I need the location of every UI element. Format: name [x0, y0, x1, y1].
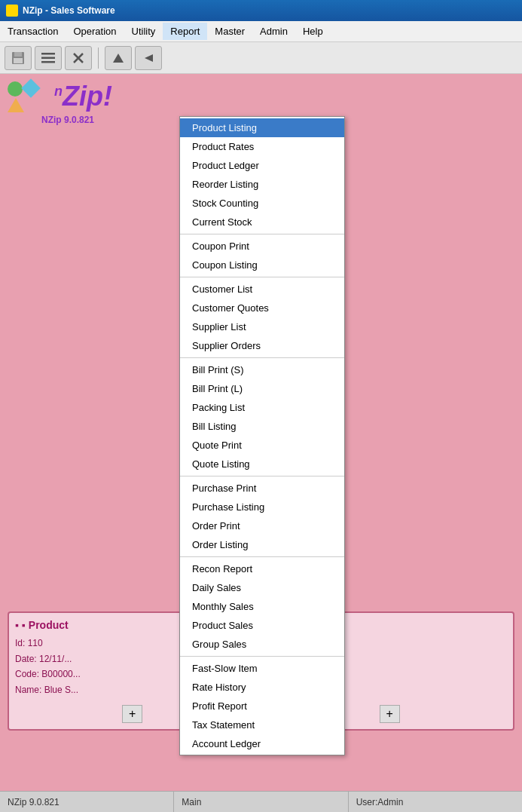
- status-version: NZip 9.0.821: [0, 792, 174, 812]
- dropdown-item-account-ledger[interactable]: Account Ledger: [180, 734, 344, 753]
- report-dropdown: Product ListingProduct RatesProduct Ledg…: [179, 116, 345, 755]
- menu-utility[interactable]: Utility: [124, 23, 163, 40]
- svg-rect-5: [41, 57, 55, 59]
- dropdown-item-fast-slow-item[interactable]: Fast-Slow Item: [180, 659, 344, 678]
- status-section: Main: [174, 792, 348, 812]
- dropdown-item-group-sales[interactable]: Group Sales: [180, 635, 344, 654]
- dropdown-item-product-sales[interactable]: Product Sales: [180, 616, 344, 635]
- logo-shapes: nZip!: [8, 81, 128, 112]
- dropdown-item-product-ledger[interactable]: Product Ledger: [180, 156, 344, 175]
- dropdown-item-coupon-print[interactable]: Coupon Print: [180, 237, 344, 256]
- logo-subtext: NZip 9.0.821: [8, 115, 128, 125]
- dropdown-item-customer-quotes[interactable]: Customer Quotes: [180, 299, 344, 317]
- dropdown-item-order-print[interactable]: Order Print: [180, 516, 344, 535]
- status-bar: NZip 9.0.821 Main User:Admin: [0, 791, 522, 812]
- dropdown-item-daily-sales[interactable]: Daily Sales: [180, 578, 344, 597]
- menu-help[interactable]: Help: [295, 23, 331, 40]
- dropdown-item-purchase-print[interactable]: Purchase Print: [180, 479, 344, 498]
- dropdown-item-bill-print-s[interactable]: Bill Print (S): [180, 360, 344, 379]
- app-title: NZip - Sales Software: [23, 5, 115, 16]
- dropdown-item-packing-list[interactable]: Packing List: [180, 398, 344, 417]
- svg-marker-0: [8, 6, 17, 15]
- toolbar-separator-1: [98, 47, 99, 69]
- dropdown-item-supplier-orders[interactable]: Supplier Orders: [180, 336, 344, 355]
- dropdown-separator: [180, 277, 344, 277]
- dropdown-item-customer-list[interactable]: Customer List: [180, 280, 344, 299]
- product-card-icon: ▪ ▪: [15, 619, 26, 631]
- svg-marker-10: [145, 54, 153, 62]
- dropdown-separator: [180, 556, 344, 557]
- dropdown-item-stock-counting[interactable]: Stock Counting: [180, 194, 344, 213]
- dropdown-item-product-listing[interactable]: Product Listing: [180, 118, 344, 137]
- save-button[interactable]: [5, 46, 32, 70]
- dropdown-item-recon-report[interactable]: Recon Report: [180, 559, 344, 578]
- dropdown-item-quote-print[interactable]: Quote Print: [180, 436, 344, 455]
- svg-rect-2: [14, 52, 22, 57]
- svg-marker-9: [113, 54, 124, 63]
- logo-area: nZip! NZip 9.0.821: [8, 81, 128, 125]
- svg-rect-6: [41, 61, 55, 63]
- menu-transaction[interactable]: Transaction: [0, 23, 66, 40]
- main-content: nZip! NZip 9.0.821 ▪ ▪ Product Id: 110 D…: [0, 74, 522, 791]
- menu-report[interactable]: Report: [163, 23, 207, 40]
- toolbar: [0, 42, 522, 74]
- up-button[interactable]: [105, 46, 132, 70]
- back-button[interactable]: [135, 46, 162, 70]
- menu-bar: Transaction Operation Utility Report Mas…: [0, 21, 522, 42]
- status-user: User:Admin: [349, 792, 522, 812]
- app-icon: [6, 5, 18, 17]
- dropdown-item-monthly-sales[interactable]: Monthly Sales: [180, 597, 344, 616]
- dropdown-item-supplier-list[interactable]: Supplier List: [180, 317, 344, 336]
- menu-master[interactable]: Master: [207, 23, 252, 40]
- dropdown-item-current-stock[interactable]: Current Stock: [180, 213, 344, 231]
- menu-operation[interactable]: Operation: [66, 23, 124, 40]
- logo-text: nZip!: [54, 83, 112, 110]
- coupon-add-button[interactable]: +: [380, 705, 400, 723]
- svg-rect-3: [14, 58, 23, 63]
- dropdown-item-tax-statement[interactable]: Tax Statement: [180, 715, 344, 734]
- dropdown-separator: [180, 234, 344, 234]
- dropdown-item-purchase-listing[interactable]: Purchase Listing: [180, 498, 344, 516]
- close-button[interactable]: [65, 46, 92, 70]
- dropdown-item-profit-report[interactable]: Profit Report: [180, 697, 344, 715]
- dropdown-item-reorder-listing[interactable]: Reorder Listing: [180, 175, 344, 194]
- dropdown-item-product-rates[interactable]: Product Rates: [180, 137, 344, 156]
- product-add-button[interactable]: +: [122, 705, 142, 723]
- dropdown-separator: [180, 656, 344, 657]
- svg-rect-4: [41, 53, 55, 55]
- dropdown-separator: [180, 476, 344, 476]
- dropdown-item-coupon-listing[interactable]: Coupon Listing: [180, 256, 344, 274]
- menu-admin[interactable]: Admin: [252, 23, 295, 40]
- title-bar: NZip - Sales Software: [0, 0, 522, 21]
- dropdown-item-order-listing[interactable]: Order Listing: [180, 535, 344, 554]
- dropdown-item-quote-listing[interactable]: Quote Listing: [180, 455, 344, 473]
- dropdown-separator: [180, 357, 344, 358]
- dropdown-item-rate-history[interactable]: Rate History: [180, 678, 344, 697]
- dropdown-item-bill-listing[interactable]: Bill Listing: [180, 417, 344, 436]
- menu-button[interactable]: [35, 46, 62, 70]
- dropdown-item-bill-print-l[interactable]: Bill Print (L): [180, 379, 344, 398]
